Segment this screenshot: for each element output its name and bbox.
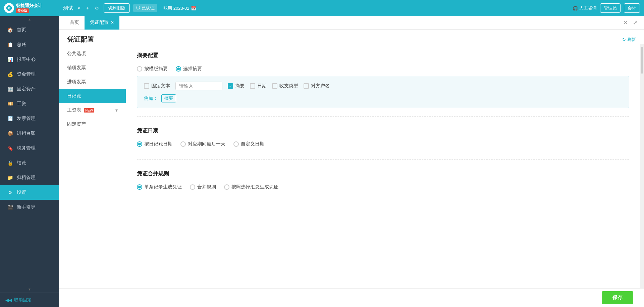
logo-text: 畅捷通好会计 专业版 bbox=[16, 3, 42, 13]
close-window-button[interactable]: ✕ bbox=[622, 18, 629, 27]
logo-icon: 财 bbox=[4, 3, 14, 13]
select-merge-radio[interactable]: 按照选择汇总生成凭证 bbox=[224, 184, 278, 190]
sidebar-item-settings[interactable]: ⚙ 设置 bbox=[0, 185, 59, 200]
refresh-button[interactable]: ↻ 刷新 bbox=[622, 37, 636, 43]
add-button[interactable]: + bbox=[85, 4, 90, 12]
invoice-icon: 🧾 bbox=[7, 115, 13, 122]
archive-icon: 📁 bbox=[7, 174, 13, 181]
sidebar-item-sales[interactable]: 📦 进销台账 bbox=[0, 126, 59, 141]
certified-badge: 🛡 已认证 bbox=[133, 4, 157, 12]
summary-radio-group: 按模版摘要 选择摘要 bbox=[137, 66, 629, 72]
assets-icon: 🏢 bbox=[7, 86, 13, 92]
headset-icon: 🎧 bbox=[573, 6, 578, 11]
sidebar-item-tax[interactable]: 🔖 税务管理 bbox=[0, 141, 59, 156]
period-last-radio-circle bbox=[180, 141, 186, 147]
summary-select-radio[interactable]: 选择摘要 bbox=[176, 66, 202, 72]
sidebar-label-settings: 设置 bbox=[17, 189, 26, 195]
sidebar-item-close[interactable]: 🔒 结账 bbox=[0, 156, 59, 170]
single-record-label: 单条记录生成凭证 bbox=[144, 184, 182, 190]
left-menu-item-public[interactable]: 公共选项 bbox=[59, 47, 126, 61]
custom-date-label: 自定义日期 bbox=[241, 141, 264, 147]
accountant-button[interactable]: 会计 bbox=[624, 3, 640, 13]
summary-checkbox-box: ✓ bbox=[228, 83, 233, 89]
shield-icon: 🛡 bbox=[136, 6, 140, 11]
sidebar-item-home[interactable]: 🏠 首页 bbox=[0, 23, 59, 37]
summary-config-row: 固定文本 ✓ 摘要 日期 bbox=[144, 82, 622, 90]
sidebar-item-invoice[interactable]: 🧾 发票管理 bbox=[0, 111, 59, 126]
sidebar-item-guide[interactable]: 🎬 新手引导 bbox=[0, 200, 59, 215]
date-section: 凭证日期 按日记账日期 对应期间最后一天 自定义日期 bbox=[137, 127, 629, 160]
sidebar: ▲ 🏠 首页 📋 总账 📊 报表中心 💰 资金管理 🏢 固定资产 bbox=[0, 16, 59, 307]
diary-date-radio-circle bbox=[137, 141, 142, 147]
tab-home[interactable]: 首页 bbox=[64, 16, 85, 30]
ledger-icon: 📋 bbox=[7, 41, 13, 48]
date-checkbox[interactable]: 日期 bbox=[250, 83, 267, 89]
left-menu-item-purchase-invoice[interactable]: 进项发票 bbox=[59, 75, 126, 89]
main-layout: ▲ 🏠 首页 📋 总账 📊 报表中心 💰 资金管理 🏢 固定资产 bbox=[0, 16, 644, 307]
payroll-icon: 💴 bbox=[7, 100, 13, 107]
svg-text:财: 财 bbox=[7, 6, 11, 10]
save-button[interactable]: 保存 bbox=[602, 291, 633, 304]
sidebar-scroll-down[interactable]: ▼ bbox=[0, 286, 59, 293]
sidebar-label-close: 结账 bbox=[17, 160, 26, 166]
sidebar-label-capital: 资金管理 bbox=[17, 71, 36, 77]
sidebar-item-assets[interactable]: 🏢 固定资产 bbox=[0, 82, 59, 96]
refresh-icon: ↻ bbox=[622, 37, 626, 42]
single-record-radio[interactable]: 单条记录生成凭证 bbox=[137, 184, 182, 190]
diary-date-radio[interactable]: 按日记账日期 bbox=[137, 141, 172, 147]
scrollbar-thumb[interactable] bbox=[641, 47, 643, 74]
merge-rules-radio-circle bbox=[190, 184, 195, 190]
fixed-text-label: 固定文本 bbox=[151, 83, 170, 89]
left-menu-item-diary[interactable]: 日记账 bbox=[59, 89, 126, 103]
cancel-fixed-button[interactable]: ◀◀ 取消固定 bbox=[0, 293, 59, 307]
home-icon: 🏠 bbox=[7, 27, 13, 33]
inner-layout: 公共选项 销项发票 进项发票 日记账 工资表 NEW ▾ 固定资产 摘要配置 bbox=[59, 44, 644, 288]
workspace-dropdown-button[interactable]: ▾ bbox=[76, 4, 82, 12]
window-controls: ✕ ⤢ bbox=[622, 18, 639, 27]
sidebar-label-payroll: 工资 bbox=[17, 101, 26, 107]
maximize-button[interactable]: ⤢ bbox=[632, 18, 639, 27]
counterpart-checkbox[interactable]: 对方户名 bbox=[304, 83, 330, 89]
left-menu-item-payroll-table[interactable]: 工资表 NEW ▾ bbox=[59, 103, 126, 117]
sidebar-item-archive[interactable]: 📁 归档管理 bbox=[0, 170, 59, 185]
logo-sub: 专业版 bbox=[16, 8, 29, 13]
payment-type-label: 收支类型 bbox=[279, 83, 298, 89]
sidebar-item-capital[interactable]: 💰 资金管理 bbox=[0, 67, 59, 82]
refresh-label: 刷新 bbox=[627, 37, 636, 43]
right-scrollbar[interactable] bbox=[640, 44, 644, 288]
manager-button[interactable]: 管理员 bbox=[600, 3, 621, 13]
settings-icon-button[interactable]: ⚙ bbox=[94, 4, 100, 12]
summary-template-radio[interactable]: 按模版摘要 bbox=[137, 66, 168, 72]
sidebar-scroll-up[interactable]: ▲ bbox=[0, 16, 59, 23]
page-title: 凭证配置 bbox=[67, 35, 94, 44]
sidebar-item-reports[interactable]: 📊 报表中心 bbox=[0, 52, 59, 67]
date-radio-group: 按日记账日期 对应期间最后一天 自定义日期 bbox=[137, 141, 629, 147]
merge-section-title: 凭证合并规则 bbox=[137, 170, 629, 177]
fixed-text-input[interactable] bbox=[175, 82, 222, 90]
tab-voucher-config[interactable]: 凭证配置 ✕ bbox=[85, 16, 119, 30]
sidebar-label-guide: 新手引导 bbox=[17, 204, 36, 210]
merge-radio-group: 单条记录生成凭证 合并规则 按照选择汇总生成凭证 bbox=[137, 184, 629, 190]
summary-checkbox[interactable]: ✓ 摘要 bbox=[228, 83, 245, 89]
sidebar-item-ledger[interactable]: 📋 总账 bbox=[0, 37, 59, 52]
summary-section: 摘要配置 按模版摘要 选择摘要 bbox=[137, 52, 629, 117]
fixed-text-checkbox[interactable]: 固定文本 bbox=[144, 83, 170, 89]
select-radio-label: 选择摘要 bbox=[183, 66, 202, 72]
custom-date-radio[interactable]: 自定义日期 bbox=[233, 141, 264, 147]
switch-old-button[interactable]: 切到旧版 bbox=[104, 3, 130, 13]
sidebar-item-payroll[interactable]: 💴 工资 bbox=[0, 96, 59, 111]
page-header: 凭证配置 ↻ 刷新 bbox=[59, 30, 644, 44]
left-menu-item-sales-invoice[interactable]: 销项发票 bbox=[59, 61, 126, 75]
left-menu-item-fixed-assets[interactable]: 固定资产 bbox=[59, 117, 126, 131]
payment-type-checkbox[interactable]: 收支类型 bbox=[272, 83, 298, 89]
logo-main: 畅捷通好会计 bbox=[16, 3, 42, 8]
tab-close-button[interactable]: ✕ bbox=[111, 20, 114, 25]
merge-section: 凭证合并规则 单条记录生成凭证 合并规则 按照选择汇总生成凭证 bbox=[137, 170, 629, 202]
summary-config-box: 固定文本 ✓ 摘要 日期 bbox=[137, 76, 629, 108]
payment-type-checkbox-box bbox=[272, 83, 277, 89]
consult-button[interactable]: 🎧 人工咨询 bbox=[573, 5, 597, 11]
period-label: 账期 bbox=[163, 5, 172, 11]
merge-rules-radio[interactable]: 合并规则 bbox=[190, 184, 216, 190]
period-last-radio[interactable]: 对应期间最后一天 bbox=[180, 141, 225, 147]
workspace-name: 测试 bbox=[63, 5, 73, 11]
